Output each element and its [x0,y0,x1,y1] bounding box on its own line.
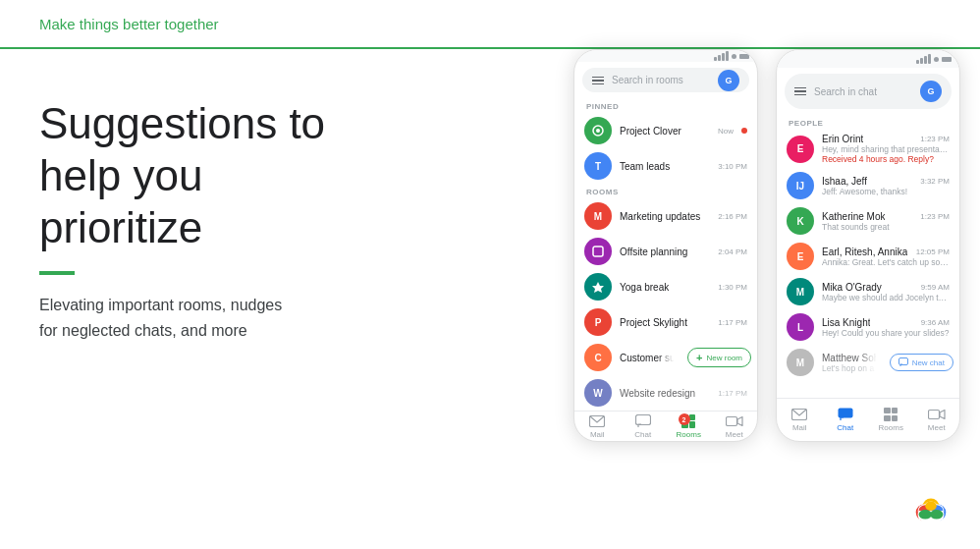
svg-rect-2 [593,247,603,256]
mail-nav-icon [790,408,808,421]
item-name: Marketing updates [620,211,710,222]
item-time: 1:17 PM [718,318,747,327]
item-name: Lisa Knight [822,317,870,328]
svg-rect-8 [838,409,852,418]
list-item[interactable]: T Team leads 3:10 PM [574,148,757,184]
nav-mail[interactable]: Mail [777,399,823,441]
item-time: 12:05 PM [916,247,950,256]
item-content: Lisa Knight 9:36 AM Hey! Could you share… [822,317,950,338]
list-item[interactable]: C Customer succe... + New room [574,340,757,375]
list-item[interactable]: IJ Ishaa, Jeff 3:32 PM Jeff: Awesome, th… [777,168,959,203]
left-content: Suggestions to help you prioritize Eleva… [39,98,373,344]
item-preview: Annika: Great. Let's catch up soon! [822,257,950,267]
phone1-search-bar[interactable]: Search in rooms G [582,68,749,92]
nav-chat[interactable]: Chat [621,412,667,441]
list-item[interactable]: P Project Skylight 1:17 PM [574,304,757,340]
svg-point-22 [925,501,936,511]
item-time: 3:10 PM [718,162,747,171]
contact-avatar: L [787,313,814,341]
room-icon: T [584,152,612,180]
nav-chat-label: Chat [837,423,853,432]
item-time: 9:36 AM [921,318,950,327]
item-name: Project Clover [620,126,710,137]
item-content: Ishaa, Jeff 3:32 PM Jeff: Awesome, thank… [822,176,950,196]
nav-rooms[interactable]: 2 Rooms [666,412,712,441]
item-content: Website redesign [620,388,710,399]
list-item[interactable]: M Mika O'Grady 9:59 AM Maybe we should a… [777,274,959,309]
meet-nav-icon [726,414,743,428]
list-item[interactable]: E Erin Orint 1:23 PM Hey, mind sharing t… [777,130,959,168]
nav-chat[interactable]: Chat [823,399,869,441]
nav-meet[interactable]: Meet [914,399,960,441]
room-icon: P [584,308,612,336]
rooms-nav-icon [882,408,899,421]
nav-meet-label: Meet [726,430,743,439]
room-icon: M [584,202,612,230]
item-name: Project Skylight [620,317,710,328]
mail-nav-icon [588,414,606,428]
list-item[interactable]: L Lisa Knight 9:36 AM Hey! Could you sha… [777,309,959,345]
svg-point-25 [930,510,943,520]
nav-meet[interactable]: Meet [712,412,758,441]
phone1-nav: Mail Chat 2 [574,411,757,441]
pinned-label: PINNED [574,98,757,113]
item-name: Katherine Mok [822,211,885,222]
rooms-label: ROOMS [574,184,757,198]
search-placeholder: Search in chat [814,86,912,97]
main-heading: Suggestions to help you prioritize [39,98,373,253]
battery-icon [739,54,749,59]
item-time: 3:32 PM [920,177,950,186]
item-urgent: Received 4 hours ago. Reply? [822,154,950,164]
list-item[interactable]: K Katherine Mok 1:23 PM That sounds grea… [777,203,959,239]
list-item[interactable]: M Marketing updates 2:16 PM [574,198,757,234]
room-icon [584,238,612,265]
contact-avatar: M [787,278,814,305]
list-item[interactable]: M Matthew Sohn Let's hop on a call to di… [777,345,959,380]
list-item[interactable]: Yoga break 1:30 PM [574,269,757,304]
nav-rooms-label: Rooms [677,430,701,439]
list-item[interactable]: Offsite planning 2:04 PM [574,234,757,269]
nav-mail-label: Mail [590,430,605,439]
meet-nav-icon [928,408,946,421]
phones-container: Search in rooms G PINNED Project Clover … [573,49,960,442]
new-chat-button[interactable]: New chat [890,354,953,371]
item-content: Project Clover [620,126,710,137]
user-avatar: G [920,81,942,102]
item-preview: Jeff: Awesome, thanks! [822,187,950,196]
phone-chat: Search in chat G PEOPLE E Erin Orint 1:2… [776,49,960,442]
item-preview: Hey! Could you share your slides? [822,328,950,338]
new-room-button[interactable]: + New room [687,348,751,367]
item-content: Earl, Ritesh, Annika 12:05 PM Annika: Gr… [822,247,950,267]
room-icon [584,117,612,144]
phone2-search-bar[interactable]: Search in chat G [785,74,952,109]
rooms-badge: 2 [679,413,690,425]
item-name: Yoga break [620,282,710,293]
wifi-icon [732,54,736,59]
item-preview: Hey, mind sharing that presentation? [822,144,950,154]
nav-mail-label: Mail [792,423,807,432]
item-content: Project Skylight [620,317,710,328]
nav-rooms[interactable]: Rooms [868,399,914,441]
item-time: 9:59 AM [921,283,950,292]
hamburger-icon [794,87,806,96]
phone2-nav: Mail Chat [777,398,959,441]
contact-avatar: K [787,207,814,235]
nav-mail[interactable]: Mail [574,412,621,441]
people-label: PEOPLE [777,115,959,130]
phone2-status-bar [777,50,959,68]
contact-avatar: M [787,349,814,376]
list-item: W Website redesign 1:17 PM [574,375,757,411]
google-logo [909,488,953,531]
item-content: Offsite planning [620,247,710,257]
battery-icon [942,57,952,62]
user-avatar: G [718,70,739,91]
item-time: 2:04 PM [718,247,747,256]
list-item[interactable]: Project Clover Now [574,113,757,148]
nav-chat-label: Chat [634,430,651,439]
item-content: Erin Orint 1:23 PM Hey, mind sharing tha… [822,134,950,164]
chat-nav-icon [634,414,652,428]
list-item[interactable]: E Earl, Ritesh, Annika 12:05 PM Annika: … [777,239,959,274]
item-name: Team leads [620,161,710,172]
svg-rect-9 [928,411,939,419]
item-preview: That sounds great [822,222,950,232]
